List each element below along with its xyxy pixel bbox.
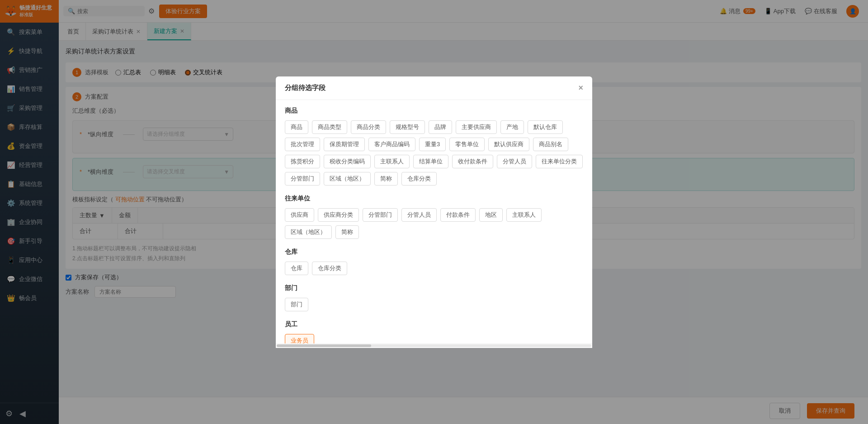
section-partner: 往来单位 供应商 供应商分类 分管部门 分管人员 付款条件 地区 主联系人 区域… <box>285 195 583 239</box>
field-customer-code[interactable]: 客户商品编码 <box>368 138 415 151</box>
modal-overlay[interactable]: 分组待选字段 × 商品 商品 商品类型 商品分类 规格型号 品牌 主要供应商 产… <box>0 0 868 424</box>
field-goods[interactable]: 商品 <box>285 120 308 134</box>
modal-body: 商品 商品 商品类型 商品分类 规格型号 品牌 主要供应商 产地 默认仓库 批次… <box>276 100 592 344</box>
staff-fields: 业务员 <box>285 334 583 344</box>
field-default-supplier[interactable]: 默认供应商 <box>488 138 529 151</box>
field-expiry-mgmt[interactable]: 保质期管理 <box>324 138 365 151</box>
field-payment-condition[interactable]: 付款条件 <box>440 208 476 222</box>
modal-horizontal-scrollbar[interactable] <box>276 343 592 348</box>
partner-fields: 供应商 供应商分类 分管部门 分管人员 付款条件 地区 主联系人 区域（地区） … <box>285 208 583 239</box>
field-goods-type[interactable]: 商品类型 <box>312 120 347 134</box>
field-payment-terms[interactable]: 收付款条件 <box>452 155 493 168</box>
field-origin[interactable]: 产地 <box>500 120 524 134</box>
field-tax-category[interactable]: 税收分类编码 <box>324 155 371 168</box>
field-main-contact2[interactable]: 主联系人 <box>506 208 542 222</box>
field-unit-category[interactable]: 往来单位分类 <box>536 155 583 168</box>
field-short-name2[interactable]: 简称 <box>335 225 359 239</box>
field-main-supplier[interactable]: 主要供应商 <box>456 120 497 134</box>
field-retail-unit[interactable]: 零售单位 <box>449 138 485 151</box>
field-settlement-unit[interactable]: 结算单位 <box>413 155 448 168</box>
field-main-contact[interactable]: 主联系人 <box>374 155 410 168</box>
section-warehouse: 仓库 仓库 仓库分类 <box>285 248 583 275</box>
field-dept2[interactable]: 分管部门 <box>363 208 398 222</box>
field-supplier-category[interactable]: 供应商分类 <box>318 208 359 222</box>
field-region[interactable]: 区域（地区） <box>324 172 371 186</box>
field-region3[interactable]: 区域（地区） <box>285 225 332 239</box>
field-batch-mgmt[interactable]: 批次管理 <box>285 138 320 151</box>
scrollbar-track <box>277 344 591 347</box>
field-manager[interactable]: 分管人员 <box>497 155 532 168</box>
section-goods-title: 商品 <box>285 107 583 115</box>
goods-fields: 商品 商品类型 商品分类 规格型号 品牌 主要供应商 产地 默认仓库 批次管理 … <box>285 120 583 186</box>
field-manager2[interactable]: 分管人员 <box>401 208 437 222</box>
field-goods-category[interactable]: 商品分类 <box>351 120 386 134</box>
field-spec-type[interactable]: 规格型号 <box>390 120 425 134</box>
scrollbar-thumb[interactable] <box>277 344 371 347</box>
field-dept3[interactable]: 部门 <box>285 298 308 311</box>
field-dept[interactable]: 分管部门 <box>285 172 320 186</box>
section-staff: 员工 业务员 <box>285 320 583 344</box>
warehouse-fields: 仓库 仓库分类 <box>285 262 583 275</box>
section-staff-title: 员工 <box>285 320 583 329</box>
section-dept: 部门 部门 <box>285 284 583 311</box>
modal-close-button[interactable]: × <box>578 83 583 93</box>
modal-header: 分组待选字段 × <box>276 76 592 100</box>
field-wh-cat[interactable]: 仓库分类 <box>312 262 347 275</box>
field-wh[interactable]: 仓库 <box>285 262 308 275</box>
modal-title: 分组待选字段 <box>285 84 326 92</box>
dept-fields: 部门 <box>285 298 583 311</box>
modal: 分组待选字段 × 商品 商品 商品类型 商品分类 规格型号 品牌 主要供应商 产… <box>276 76 592 348</box>
field-sales-rep[interactable]: 业务员 <box>285 334 314 344</box>
section-warehouse-title: 仓库 <box>285 248 583 256</box>
section-partner-title: 往来单位 <box>285 195 583 203</box>
field-short-name[interactable]: 简称 <box>374 172 398 186</box>
field-goods-alias[interactable]: 商品别名 <box>533 138 568 151</box>
field-pickup-score[interactable]: 拣货积分 <box>285 155 320 168</box>
field-region2[interactable]: 地区 <box>479 208 503 222</box>
field-brand[interactable]: 品牌 <box>429 120 452 134</box>
field-supplier[interactable]: 供应商 <box>285 208 314 222</box>
field-default-warehouse[interactable]: 默认仓库 <box>528 120 563 134</box>
field-wh-category[interactable]: 仓库分类 <box>401 172 437 186</box>
section-dept-title: 部门 <box>285 284 583 292</box>
field-weight3[interactable]: 重量3 <box>419 138 446 151</box>
section-goods: 商品 商品 商品类型 商品分类 规格型号 品牌 主要供应商 产地 默认仓库 批次… <box>285 107 583 186</box>
